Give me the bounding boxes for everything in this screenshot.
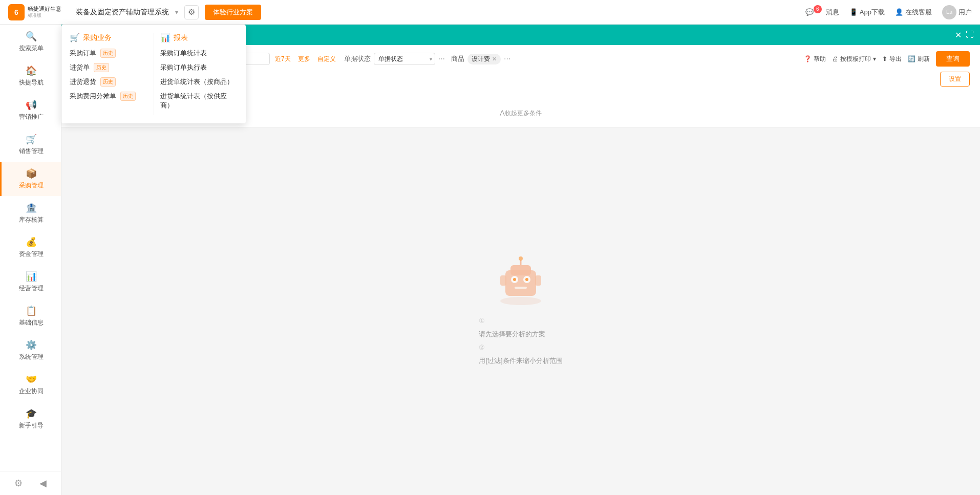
- purchase-return-item[interactable]: 进货退货 历史: [70, 77, 147, 87]
- report-col: 📊 报表 采购订单统计表 采购订单执行表 进货单统计表（按商品） 进货单统计表（…: [160, 33, 238, 115]
- sidebar-item-sales[interactable]: 🛒 销售管理: [0, 127, 61, 162]
- refresh-button[interactable]: 🔄 刷新: [908, 55, 930, 63]
- system-name: 装备及固定资产辅助管理系统: [76, 8, 169, 17]
- report-inbound-goods-item[interactable]: 进货单统计表（按商品）: [160, 77, 238, 87]
- purchase-col-title: 🛒 采购业务: [70, 33, 147, 42]
- svg-point-6: [525, 278, 528, 281]
- goods-dots[interactable]: ···: [504, 54, 510, 63]
- sidebar-item-search[interactable]: 🔍 搜索菜单: [0, 25, 61, 59]
- sidebar-item-finance[interactable]: 💰 资金管理: [0, 230, 61, 265]
- sidebar-label-quick: 快捷导航: [19, 78, 44, 87]
- collapse-label: 收起更多条件: [505, 109, 542, 118]
- quick-dates: 近7天 更多 自定义: [273, 54, 338, 64]
- marketing-icon: 📢: [26, 99, 37, 111]
- user-label: 用户: [958, 8, 972, 17]
- sidebar: 🔍 搜索菜单 🏠 快捷导航 📢 营销推广 🛒 销售管理 📦 采购管理 🏦 库存核…: [0, 25, 61, 495]
- voucher-status-select-wrapper: 单据状态: [374, 53, 435, 65]
- report-inbound-supplier-item[interactable]: 进货单统计表（按供应商）: [160, 92, 238, 110]
- goods-tag-close[interactable]: ✕: [492, 56, 497, 62]
- print-button[interactable]: 🖨 按模板打印 ▾: [832, 55, 876, 63]
- export-icon: ⬆: [882, 55, 887, 62]
- sidebar-item-basic[interactable]: 📋 基础信息: [0, 299, 61, 333]
- sidebar-item-system[interactable]: ⚙️ 系统管理: [0, 333, 61, 368]
- sidebar-collapse-icon[interactable]: ◀: [39, 478, 47, 489]
- enterprise-icon: 🤝: [26, 374, 37, 385]
- app-download-button[interactable]: 📱 App下载: [849, 8, 885, 17]
- home-icon: 🏠: [26, 65, 37, 76]
- purchase-dropdown-menu: 🛒 采购业务 采购订单 历史 进货单 历史 进货退货 历史 采购费用分摊单 历史…: [61, 25, 246, 123]
- gear-button[interactable]: ⚙: [184, 5, 199, 19]
- purchase-expense-item[interactable]: 采购费用分摊单 历史: [70, 92, 147, 101]
- system-dropdown-btn[interactable]: ▾: [175, 9, 178, 16]
- online-service-button[interactable]: 👤 在线客服: [895, 8, 932, 17]
- sidebar-settings-icon[interactable]: ⚙: [14, 478, 23, 489]
- header-middle: 装备及固定资产辅助管理系统 ▾ ⚙ 体验行业方案: [70, 5, 805, 20]
- quick-date-custom[interactable]: 自定义: [315, 54, 338, 64]
- tab-bar-right: ✕ ⛶: [955, 30, 980, 40]
- sidebar-item-inventory[interactable]: 🏦 库存核算: [0, 196, 61, 230]
- report-order-stat-item[interactable]: 采购订单统计表: [160, 49, 238, 58]
- sidebar-label-sales: 销售管理: [19, 147, 44, 156]
- report-order-stat-label: 采购订单统计表: [160, 49, 207, 58]
- logo-text: 畅捷通好生意: [28, 5, 61, 12]
- voucher-status-label: 单据状态: [344, 54, 371, 63]
- sidebar-item-purchase[interactable]: 📦 采购管理: [0, 162, 61, 196]
- sidebar-item-quick[interactable]: 🏠 快捷导航: [0, 59, 61, 93]
- voucher-status-select[interactable]: 单据状态: [374, 53, 435, 65]
- sidebar-item-marketing[interactable]: 📢 营销推广: [0, 93, 61, 127]
- search-button[interactable]: 查询: [936, 51, 970, 67]
- quick-date-7days[interactable]: 近7天: [273, 54, 293, 64]
- quick-date-more[interactable]: 更多: [296, 54, 312, 64]
- svg-rect-7: [515, 287, 527, 289]
- report-inbound-supplier-label: 进货单统计表（按供应商）: [160, 92, 238, 110]
- purchase-expense-history-badge: 历史: [120, 92, 136, 101]
- user-menu[interactable]: Ea 用户: [942, 5, 972, 19]
- system-icon: ⚙️: [26, 339, 37, 351]
- voucher-status-dots[interactable]: ···: [438, 54, 445, 63]
- purchase-return-label: 进货退货: [70, 77, 96, 87]
- empty-hint-2: ② 用[过滤]条件来缩小分析范围: [479, 341, 562, 368]
- svg-point-5: [513, 278, 516, 281]
- export-button[interactable]: ⬆ 导出: [882, 55, 902, 63]
- dropdown-divider: [154, 33, 154, 115]
- finance-icon: 💰: [26, 236, 37, 248]
- sales-icon: 🛒: [26, 134, 37, 145]
- top-header: 6 畅捷通好生意 标准版 装备及固定资产辅助管理系统 ▾ ⚙ 体验行业方案 💬 …: [0, 0, 980, 25]
- message-button[interactable]: 💬 6 消息: [805, 8, 839, 17]
- purchase-col: 🛒 采购业务 采购订单 历史 进货单 历史 进货退货 历史 采购费用分摊单 历史: [70, 33, 147, 115]
- help-button[interactable]: ❓ 帮助: [804, 55, 826, 63]
- sidebar-label-basic: 基础信息: [19, 318, 44, 327]
- logo-area: 6 畅捷通好生意 标准版: [8, 4, 70, 20]
- svg-rect-8: [500, 275, 506, 286]
- export-label: 导出: [889, 55, 902, 63]
- report-order-exec-item[interactable]: 采购订单执行表: [160, 63, 238, 72]
- setting-button[interactable]: 设置: [940, 72, 970, 87]
- message-icon: 💬: [805, 8, 814, 16]
- sidebar-label-search: 搜索菜单: [19, 44, 44, 53]
- sidebar-label-system: 系统管理: [19, 353, 44, 361]
- purchase-col-icon: 🛒: [70, 33, 80, 42]
- purchase-inbound-history-badge: 历史: [94, 63, 109, 72]
- svg-point-0: [500, 297, 541, 305]
- tab-maximize-icon[interactable]: ⛶: [966, 30, 974, 39]
- refresh-label: 刷新: [918, 55, 930, 63]
- purchase-order-item[interactable]: 采购订单 历史: [70, 49, 147, 58]
- empty-illustration: [490, 255, 551, 306]
- collapse-icon: ⋀: [500, 109, 505, 118]
- experience-button[interactable]: 体验行业方案: [205, 5, 261, 20]
- purchase-inbound-item[interactable]: 进货单 历史: [70, 63, 147, 72]
- operation-icon: 📊: [26, 271, 37, 282]
- sidebar-label-purchase: 采购管理: [19, 181, 44, 190]
- empty-hint-1: ① 请先选择要分析的方案: [479, 314, 562, 341]
- search-icon: 🔍: [26, 31, 37, 42]
- sidebar-item-operation[interactable]: 📊 经营管理: [0, 265, 61, 299]
- message-label: 消息: [826, 8, 839, 17]
- purchase-return-history-badge: 历史: [100, 77, 116, 87]
- report-col-icon: 📊: [160, 33, 171, 42]
- goods-label: 商品: [451, 54, 464, 63]
- sidebar-item-guide[interactable]: 🎓 新手引导: [0, 402, 61, 436]
- sidebar-item-enterprise[interactable]: 🤝 企业协同: [0, 368, 61, 402]
- sidebar-label-inventory: 库存核算: [19, 216, 44, 224]
- avatar: Ea: [942, 5, 956, 19]
- tab-close-all-icon[interactable]: ✕: [955, 30, 962, 40]
